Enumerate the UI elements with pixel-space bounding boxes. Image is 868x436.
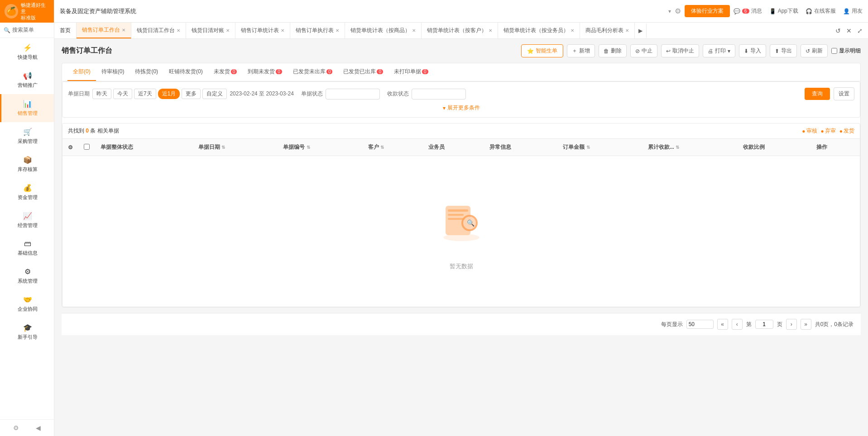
sub-tab-all[interactable]: 全部(0) [67, 63, 96, 81]
date-quick-btns: 昨天 今天 近7天 近1月 更多 自定义 [92, 89, 227, 99]
date-sort-icon: ⇅ [221, 145, 225, 150]
page-number-input[interactable] [755, 320, 773, 329]
status-select[interactable] [326, 89, 380, 100]
industry-solution-button[interactable]: 体验行业方案 [685, 5, 730, 17]
sidebar-item-operations[interactable]: 📈 经营管理 [0, 206, 54, 234]
sub-tab-shipped-out[interactable]: 已发货已出库0 [338, 63, 388, 81]
tab-close-cash-reconcile[interactable]: ✕ [226, 28, 230, 33]
tab-close-summary-customer[interactable]: ✕ [489, 28, 492, 33]
settings-icon[interactable]: ⚙ [675, 7, 681, 15]
svg-rect-2 [448, 209, 468, 212]
payment-select[interactable] [412, 89, 466, 100]
date-btn-yesterday[interactable]: 昨天 [92, 89, 111, 99]
tab-goods-margin[interactable]: 商品毛利分析表 ✕ [580, 23, 635, 38]
tab-close-sales-stats[interactable]: ✕ [281, 28, 284, 33]
col-checkbox-header[interactable] [78, 139, 95, 156]
tab-sales-summary-customer[interactable]: 销货单统计表（按客户） ✕ [422, 23, 498, 38]
sub-tab-not-printed[interactable]: 未打印单据0 [388, 63, 434, 81]
add-button[interactable]: ＋ 新增 [567, 44, 595, 57]
tab-close-summary-product[interactable]: ✕ [412, 28, 416, 33]
ship-op-button[interactable]: ● 发货 [839, 127, 854, 135]
query-button[interactable]: 查询 [805, 88, 830, 100]
col-date-header[interactable]: 单据日期 ⇅ [193, 139, 278, 156]
tab-sales-order[interactable]: 销售订单工作台 ✕ [77, 23, 131, 38]
date-btn-custom[interactable]: 自定义 [202, 89, 227, 99]
show-detail-checkbox[interactable] [831, 48, 837, 54]
sub-tab-wangpu-ship[interactable]: 旺铺待发货(0) [163, 63, 208, 81]
user-action[interactable]: 👤 用友 [843, 7, 863, 15]
sub-tab-not-shipped[interactable]: 未发货0 [208, 63, 243, 81]
sidebar-item-enterprise[interactable]: 🤝 企业协同 [0, 290, 54, 318]
export-button[interactable]: ⬆ 导出 [770, 44, 797, 57]
col-settings-header[interactable]: ⚙ [62, 139, 78, 156]
sub-tab-bar: 全部(0) 待审核(0) 待拣货(0) 旺铺待发货(0) 未发货0 到期未发货0 [62, 63, 860, 81]
sub-tab-pending-review[interactable]: 待审核(0) [96, 63, 130, 81]
date-btn-7days[interactable]: 近7天 [134, 89, 156, 99]
tab-close-summary-staff[interactable]: ✕ [571, 28, 574, 33]
sidebar-search[interactable]: 🔍 搜索菜单 [0, 23, 54, 38]
tab-sales-summary-staff[interactable]: 销货单统计表（按业务员） ✕ [498, 23, 580, 38]
online-service-action[interactable]: 🎧 在线客服 [806, 7, 836, 15]
operations-icon: 📈 [23, 212, 32, 220]
tab-sales-exec[interactable]: 销售订单执行表 ✕ [290, 23, 345, 38]
tab-close-cash-daily[interactable]: ✕ [177, 28, 180, 33]
settings-gear-icon[interactable]: ⚙ [68, 144, 73, 151]
smart-create-button[interactable]: ⭐ 智能生单 [521, 44, 563, 57]
sidebar-item-purchase[interactable]: 🛒 采购管理 [0, 122, 54, 150]
message-action[interactable]: 💬 6 消息 [734, 7, 762, 15]
last-page-button[interactable]: » [801, 319, 811, 330]
svg-text:🔍: 🔍 [467, 219, 475, 227]
first-page-button[interactable]: « [717, 319, 728, 330]
app-download-action[interactable]: 📱 App下载 [769, 7, 798, 15]
setting-button[interactable]: 设置 [834, 87, 854, 100]
show-detail-label[interactable]: 显示明细 [831, 47, 861, 55]
tab-home[interactable]: 首页 [54, 23, 77, 38]
col-amount-header[interactable]: 订单金额 ⇅ [557, 139, 643, 156]
shipped-out-badge: 0 [377, 69, 383, 74]
settings-button[interactable]: ⚙ [13, 424, 19, 431]
per-page-select[interactable]: 10 20 50 100 [686, 320, 714, 329]
sidebar-item-guide[interactable]: 🎓 新手引导 [0, 318, 54, 346]
col-number-header[interactable]: 单据编号 ⇅ [278, 139, 363, 156]
date-btn-1month[interactable]: 近1月 [158, 89, 180, 99]
delete-button[interactable]: 🗑 删除 [599, 44, 627, 57]
sidebar-item-marketing[interactable]: 📢 营销推广 [0, 66, 54, 94]
tab-close-sales-order[interactable]: ✕ [122, 28, 125, 33]
tab-more-button[interactable]: ▶ [635, 24, 647, 38]
tab-cash-reconcile[interactable]: 钱货日清对账 ✕ [186, 23, 235, 38]
date-btn-today[interactable]: 今天 [113, 89, 132, 99]
sidebar-item-finance[interactable]: 💰 资金管理 [0, 178, 54, 206]
sidebar-item-quick-nav[interactable]: ⚡ 快捷导航 [0, 38, 54, 66]
unreviewed-op-button[interactable]: ● 弃审 [821, 127, 836, 135]
sub-tab-pending-inspect[interactable]: 待拣货(0) [129, 63, 163, 81]
sidebar-item-basic[interactable]: 🗃 基础信息 [0, 234, 54, 262]
expand-filter-button[interactable]: ▾ 展开更多条件 [443, 104, 480, 112]
tab-close-sales-exec[interactable]: ✕ [336, 28, 339, 33]
tab-sales-stats[interactable]: 销售订单统计表 ✕ [235, 23, 290, 38]
prev-page-button[interactable]: ‹ [732, 319, 743, 330]
sidebar-item-system[interactable]: ⚙ 系统管理 [0, 262, 54, 290]
tab-refresh-button[interactable]: ↺ [834, 26, 843, 35]
collapse-button[interactable]: ◀ [36, 424, 41, 431]
tab-maximize-button[interactable]: ⤢ [855, 26, 864, 35]
refresh-button[interactable]: ↺ 刷新 [801, 44, 828, 57]
next-page-button[interactable]: › [786, 319, 797, 330]
dropdown-icon[interactable]: ▾ [668, 8, 671, 14]
print-button[interactable]: 🖨 打印 ▾ [703, 44, 735, 57]
col-customer-header[interactable]: 客户 ⇅ [363, 139, 423, 156]
tab-cash-daily[interactable]: 钱货日清工作台 ✕ [131, 23, 186, 38]
sidebar-item-sales[interactable]: 📊 销售管理 [0, 94, 54, 122]
sub-tab-shipped-no-out[interactable]: 已发货未出库0 [288, 63, 338, 81]
stop-button[interactable]: ⊘ 中止 [630, 44, 657, 57]
col-collected-header[interactable]: 累计收款... ⇅ [643, 139, 738, 156]
select-all-checkbox[interactable] [84, 144, 90, 150]
review-op-button[interactable]: ● 审核 [802, 127, 817, 135]
tab-sales-summary-product[interactable]: 销货单统计表（按商品） ✕ [345, 23, 422, 38]
date-btn-more[interactable]: 更多 [182, 89, 201, 99]
import-button[interactable]: ⬇ 导入 [739, 44, 766, 57]
tab-close-goods-margin[interactable]: ✕ [625, 28, 629, 33]
sidebar-item-inventory[interactable]: 📦 库存核算 [0, 150, 54, 178]
cancel-stop-button[interactable]: ↩ 取消中止 [661, 44, 699, 57]
sub-tab-overdue-ship[interactable]: 到期未发货0 [242, 63, 288, 81]
tab-close-button[interactable]: ✕ [844, 26, 854, 35]
